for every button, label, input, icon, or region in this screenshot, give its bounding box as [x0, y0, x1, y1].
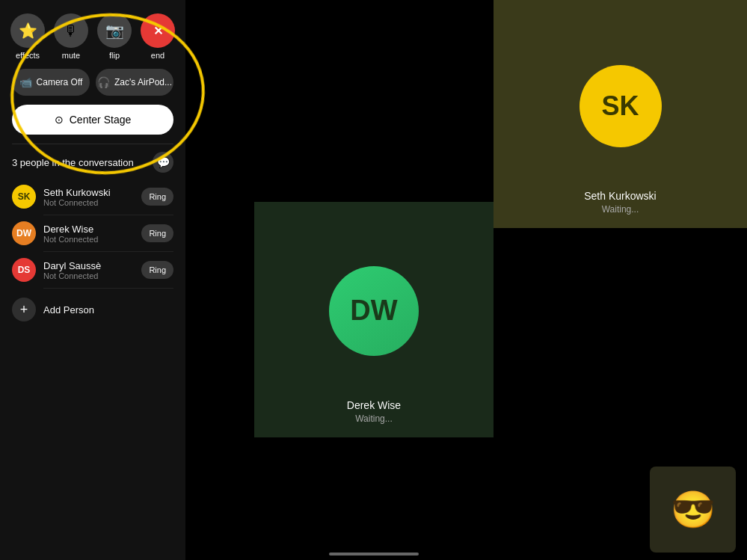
tile-derek: DW Derek Wise Waiting... [254, 202, 494, 437]
person-status-daryl: Not Connected [43, 271, 141, 280]
add-person-icon: + [12, 298, 36, 321]
person-name-seth: Seth Kurkowski [43, 187, 141, 198]
derek-initials: DW [350, 295, 397, 327]
camera-label: Camera Off [37, 77, 83, 87]
av-row: 📹 Camera Off 🎧 Zac's AirPod... [0, 66, 185, 102]
person-status-seth: Not Connected [43, 198, 141, 207]
person-status-derek: Not Connected [43, 235, 141, 244]
center-stage-label: Center Stage [70, 114, 132, 126]
person-name-daryl: Daryl Saussè [43, 260, 141, 271]
people-header: 3 people in the conversation 💬 [0, 144, 185, 179]
derek-name: Derek Wise [254, 399, 494, 411]
audio-icon: 🎧 [97, 76, 110, 88]
add-person-label: Add Person [43, 304, 94, 316]
person-name-derek: Derek Wise [43, 224, 141, 235]
camera-off-button[interactable]: 📹 Camera Off [12, 69, 90, 96]
self-view-emoji: 😎 [671, 489, 716, 531]
ring-button-seth[interactable]: Ring [141, 188, 173, 206]
end-button[interactable]: ✕ end [141, 13, 175, 60]
avatar-seth: SK [12, 185, 36, 209]
center-stage-icon: ⊙ [55, 114, 64, 126]
person-row-seth: SK Seth Kurkowski Not Connected Ring [0, 179, 185, 215]
mute-icon-glyph: 🎙 [64, 22, 79, 40]
person-info-derek: Derek Wise Not Connected [43, 224, 141, 244]
tile-seth: SK Seth Kurkowski Waiting... [494, 0, 747, 228]
effects-icon: ⭐ [10, 13, 45, 48]
avatar-daryl: DS [12, 258, 36, 282]
avatar-derek: DW [12, 221, 36, 245]
ring-button-daryl[interactable]: Ring [141, 261, 173, 279]
center-stage-button[interactable]: ⊙ Center Stage [12, 105, 173, 135]
person-info-daryl: Daryl Saussè Not Connected [43, 260, 141, 280]
person-row-daryl: DS Daryl Saussè Not Connected Ring [0, 252, 185, 288]
seth-avatar: SK [580, 65, 662, 147]
controls-row: ⭐ effects 🎙 mute 📷 flip ✕ end [0, 0, 185, 66]
effects-icon-glyph: ⭐ [19, 22, 37, 40]
seth-name: Seth Kurkowski [494, 190, 747, 202]
scroll-indicator [329, 553, 419, 556]
mute-label: mute [62, 51, 80, 60]
message-button[interactable]: 💬 [153, 152, 173, 173]
effects-label: effects [16, 51, 40, 60]
left-panel: ⭐ effects 🎙 mute 📷 flip ✕ end 📹 Camera [0, 0, 185, 560]
flip-icon-glyph: 📷 [105, 22, 124, 40]
people-list: SK Seth Kurkowski Not Connected Ring DW … [0, 179, 185, 289]
person-info-seth: Seth Kurkowski Not Connected [43, 187, 141, 207]
derek-status: Waiting... [254, 413, 494, 424]
mute-button[interactable]: 🎙 mute [54, 13, 88, 60]
end-icon-glyph: ✕ [153, 24, 163, 38]
end-icon: ✕ [141, 13, 175, 48]
flip-button[interactable]: 📷 flip [97, 13, 132, 60]
derek-avatar: DW [329, 266, 419, 356]
flip-label: flip [109, 51, 120, 60]
seth-status: Waiting... [494, 204, 747, 215]
people-count: 3 people in the conversation [12, 157, 134, 168]
audio-label: Zac's AirPod... [114, 77, 172, 87]
effects-button[interactable]: ⭐ effects [10, 13, 45, 60]
self-view: 😎 [650, 467, 736, 553]
person-row-derek: DW Derek Wise Not Connected Ring [0, 215, 185, 251]
end-label: end [151, 51, 165, 60]
ring-button-derek[interactable]: Ring [141, 224, 173, 242]
mute-icon: 🎙 [54, 13, 88, 48]
audio-button[interactable]: 🎧 Zac's AirPod... [96, 69, 173, 96]
flip-icon: 📷 [97, 13, 132, 48]
camera-icon: 📹 [19, 76, 32, 88]
add-person-row[interactable]: + Add Person [0, 289, 185, 330]
seth-initials: SK [601, 90, 639, 122]
